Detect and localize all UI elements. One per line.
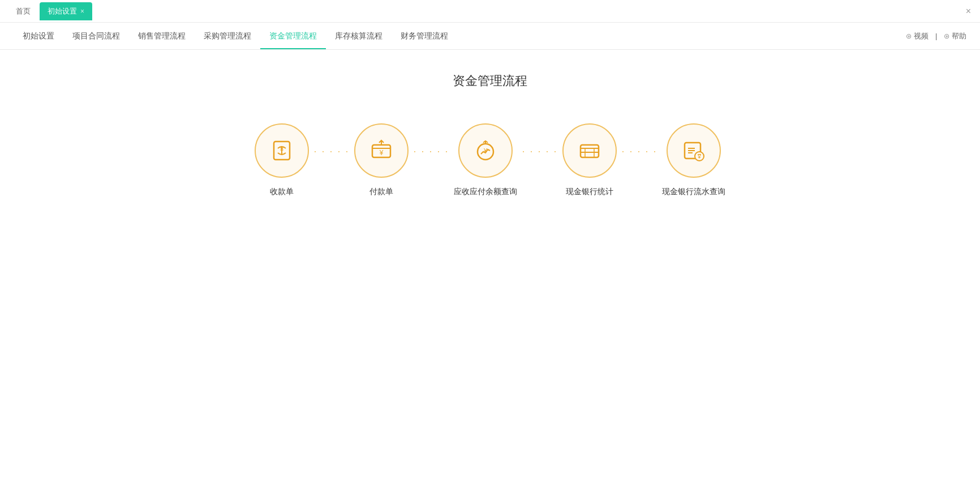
cash-flow-icon: ¥ <box>680 137 707 164</box>
arrow-dots-3: · · · · · <box>522 145 557 157</box>
svg-rect-6 <box>581 145 599 157</box>
payment-icon-circle: ¥ <box>354 123 409 178</box>
arrow-dots-4: · · · · · <box>621 145 657 157</box>
nav-item-initial[interactable]: 初始设置 <box>14 23 63 49</box>
nav-item-inventory[interactable]: 库存核算流程 <box>326 23 392 49</box>
top-bar: 首页 初始设置 × × <box>0 0 980 23</box>
cash-flow-label: 现金银行流水查询 <box>662 187 725 197</box>
flow-item-receipt[interactable]: ¥ 收款单 <box>255 123 309 197</box>
nav-item-finance[interactable]: 财务管理流程 <box>392 23 457 49</box>
balance-label: 应收应付余额查询 <box>454 187 517 197</box>
cash-flow-icon-circle: ¥ <box>667 123 721 178</box>
close-tab-icon[interactable]: × <box>80 7 84 15</box>
nav-item-sales[interactable]: 销售管理流程 <box>129 23 195 49</box>
flow-container: ¥ 收款单 · · · · · ¥ 付款单 · · <box>255 123 725 197</box>
top-bar-right: × <box>966 6 971 16</box>
tab-home[interactable]: 首页 <box>9 0 37 22</box>
svg-text:¥: ¥ <box>483 147 488 154</box>
flow-item-payment[interactable]: ¥ 付款单 <box>354 123 409 197</box>
cash-bank-label: 现金银行统计 <box>566 187 613 197</box>
arrow-1: · · · · · <box>309 145 354 175</box>
nav-item-capital[interactable]: 资金管理流程 <box>260 23 326 49</box>
nav-right: ⊙ 视频 | ⊙ 帮助 <box>906 31 966 41</box>
active-tab-label: 初始设置 <box>48 6 77 16</box>
payment-label: 付款单 <box>369 187 393 197</box>
arrow-dots-2: · · · · · <box>413 145 449 157</box>
cash-bank-icon <box>576 137 603 164</box>
nav-divider: | <box>935 32 937 40</box>
receipt-label: 收款单 <box>270 187 294 197</box>
svg-text:¥: ¥ <box>379 149 384 157</box>
receipt-icon: ¥ <box>268 137 295 164</box>
window-close-icon[interactable]: × <box>966 6 971 16</box>
receipt-icon-circle: ¥ <box>255 123 309 178</box>
nav-item-purchase[interactable]: 采购管理流程 <box>195 23 260 49</box>
balance-icon-circle: ¥ <box>458 123 513 178</box>
flow-item-cash-bank[interactable]: 现金银行统计 <box>562 123 617 197</box>
balance-icon: ¥ <box>472 137 499 164</box>
arrow-4: · · · · · <box>617 145 662 175</box>
flow-item-balance[interactable]: ¥ 应收应付余额查询 <box>454 123 517 197</box>
flow-item-cash-flow[interactable]: ¥ 现金银行流水查询 <box>662 123 725 197</box>
svg-text:¥: ¥ <box>280 146 284 153</box>
cash-bank-icon-circle <box>562 123 617 178</box>
main-content: 资金管理流程 ¥ 收款单 · · · · · <box>0 50 980 220</box>
nav-item-project[interactable]: 项目合同流程 <box>63 23 129 49</box>
tab-active-top[interactable]: 初始设置 × <box>40 2 92 20</box>
nav-help-link[interactable]: ⊙ 帮助 <box>944 31 966 41</box>
nav-bar: 初始设置 项目合同流程 销售管理流程 采购管理流程 资金管理流程 库存核算流程 … <box>0 23 980 50</box>
payment-icon: ¥ <box>368 137 395 164</box>
arrow-2: · · · · · <box>409 145 454 175</box>
page-title: 资金管理流程 <box>453 72 527 89</box>
arrow-dots-1: · · · · · <box>313 145 349 157</box>
arrow-3: · · · · · <box>517 145 562 175</box>
nav-video-link[interactable]: ⊙ 视频 <box>906 31 929 41</box>
